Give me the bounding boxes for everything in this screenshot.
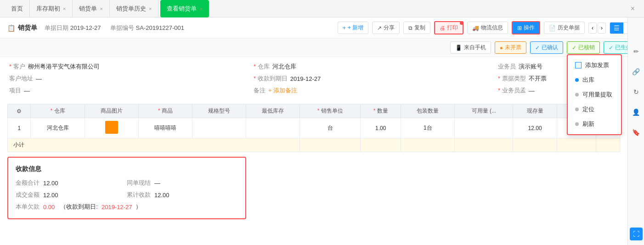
cancelled-btn[interactable]: ✓ 已核销 (567, 41, 600, 54)
operations-button[interactable]: ⊞ 操作 (512, 21, 540, 34)
refresh-item[interactable]: 刷新 (568, 117, 621, 131)
payment-date-field: 收款到期日 2019-12-27 (254, 74, 498, 83)
doc-title: 📋 销货单 (7, 24, 37, 32)
subtotal-qty (360, 138, 401, 152)
locate-item[interactable]: 定位 (568, 102, 621, 117)
tab-home[interactable]: 首页 (5, 0, 30, 17)
bookmark-icon[interactable]: 🔖 (630, 126, 643, 139)
outbound-item[interactable]: 出库 (568, 73, 621, 87)
locate-dot (575, 108, 579, 111)
row-no: 1 (8, 118, 31, 138)
history-button[interactable]: 📄 历史单据 (544, 22, 585, 34)
doc-date-label: 单据日期 (45, 24, 68, 32)
subtotal-stock (513, 138, 557, 152)
tab-sales-history-close[interactable]: × (149, 6, 152, 11)
copy-button[interactable]: ⧉ 复制 (403, 22, 430, 34)
same-order-row: 同单现结 — (127, 179, 238, 187)
tab-home-label: 首页 (11, 5, 23, 13)
tab-view-sales-close[interactable]: × (199, 6, 202, 11)
available-qty-item[interactable]: 可用量提取 (568, 87, 621, 102)
row-product: 嘻嘻嘻嘻 (138, 118, 192, 138)
confirm-btn[interactable]: ✓ 已确认 (530, 41, 563, 54)
print-icon: 🖨 (440, 25, 445, 31)
print-badge (460, 21, 463, 25)
copy-label: 复制 (414, 24, 425, 32)
refresh-label: 刷新 (582, 120, 594, 128)
col-quantity: 数量 (360, 104, 401, 118)
subtotal-amount (596, 138, 620, 152)
subtotal-row: 小计 (8, 138, 620, 152)
add-invoice-item[interactable]: 添加发票 (568, 58, 621, 73)
history-icon: 📄 (549, 25, 556, 31)
share-button[interactable]: ↗ 分享 (372, 22, 400, 34)
col-product-img: 商品图片 (85, 104, 138, 118)
same-order-value: — (154, 180, 160, 187)
address-value: — (36, 75, 42, 82)
operations-icon: ⊞ (517, 25, 522, 31)
prev-arrow[interactable]: ‹ (588, 23, 597, 34)
tab-sales-history-label: 销货单历史 (116, 5, 146, 13)
project-value: — (24, 87, 30, 94)
row-quantity: 1.00 (360, 118, 401, 138)
confirm-label: 已确认 (542, 44, 558, 51)
share-label: 分享 (384, 24, 395, 32)
transaction-value: 12.00 (43, 192, 58, 199)
not-open-label: 未开票 (505, 44, 521, 51)
product-image (105, 121, 118, 134)
total-label: 金额合计 (16, 179, 40, 187)
logistics-label: 物流信息 (481, 24, 503, 32)
payment-date-value: 2019-12-27 (290, 75, 321, 82)
right-sidebar: ✏ 🔗 ↻ 👤 🔖 ⛶ (627, 17, 644, 245)
doc-meta: 单据日期 2019-12-27 单据编号 SA-20191227-001 (45, 24, 184, 32)
from-phone-label: 来自手机 (464, 44, 486, 51)
logistics-button[interactable]: 🚚 物流信息 (467, 22, 508, 34)
project-label: 项目 (9, 86, 21, 95)
ticket-icon: ● (500, 45, 503, 51)
tab-inventory-init[interactable]: 库存期初 × (30, 0, 73, 17)
customer-label: 客户 (9, 63, 25, 71)
next-arrow[interactable]: › (598, 23, 606, 34)
add-note-button[interactable]: 添加备注 (268, 86, 297, 95)
ticket-type-label: 票据类型 (498, 74, 526, 83)
col-warehouse: 仓库 (31, 104, 85, 118)
add-invoice-checkbox (575, 62, 582, 68)
user-icon[interactable]: 👤 (630, 106, 643, 119)
tab-bar: 首页 库存期初 × 销货单 × 销货单历史 × 查看销货单 × × (0, 0, 644, 17)
tab-inventory-init-close[interactable]: × (63, 6, 66, 11)
print-button[interactable]: 🖨 打印 (434, 21, 463, 34)
edit-icon[interactable]: ✏ (630, 45, 643, 58)
share-icon: ↗ (377, 25, 382, 31)
link-icon[interactable]: 🔗 (630, 65, 643, 78)
outbound-label: 出库 (582, 76, 594, 84)
tab-sales-order[interactable]: 销货单 × (73, 0, 109, 17)
form-row-2: 客户地址 — 收款到期日 2019-12-27 票据类型 不开票 (9, 74, 620, 83)
list-view-btn[interactable]: ☰ (610, 23, 623, 34)
window-close-btn[interactable]: × (626, 5, 639, 13)
col-current-stock: 现存量 (513, 104, 557, 118)
tab-sales-history[interactable]: 销货单历史 × (110, 0, 158, 17)
transaction-amount-row: 成交金额 12.00 (16, 191, 127, 199)
address-field: 客户地址 — (9, 74, 254, 83)
new-label: + 新增 (348, 24, 363, 32)
not-open-btn[interactable]: ● 未开票 (495, 41, 526, 54)
new-button[interactable]: + + 新增 (338, 22, 368, 34)
main-content: 📋 销货单 单据日期 2019-12-27 单据编号 SA-20191227-0… (0, 17, 644, 245)
status-bar: 📱 来自手机 ● 未开票 ✓ 已确认 ✓ 已核销 ✓ 已生效 (0, 39, 644, 57)
doc-date-field: 单据日期 2019-12-27 (45, 24, 101, 32)
col-settings[interactable]: ⚙ (8, 104, 31, 118)
salesperson-label: 业务员 (498, 63, 516, 71)
note-field: 备注 添加备注 (254, 86, 498, 95)
ticket-type-value: 不开票 (529, 74, 547, 83)
current-due-value: 0.00 (43, 204, 55, 211)
doc-number-value: SA-20191227-001 (136, 24, 185, 31)
available-qty-label: 可用量提取 (582, 91, 612, 99)
from-phone-btn[interactable]: 📱 来自手机 (450, 41, 491, 54)
due-note: （收款到期日: (60, 203, 98, 211)
col-package-qty: 包装数量 (401, 104, 455, 118)
rotate-icon[interactable]: ↻ (630, 85, 643, 98)
row-current-stock: 12.00 (513, 118, 557, 138)
tab-view-sales[interactable]: 查看销货单 × (160, 0, 209, 17)
tab-sales-order-close[interactable]: × (100, 6, 102, 11)
row-warehouse: 河北仓库 (31, 118, 85, 138)
expand-icon[interactable]: ⛶ (630, 228, 643, 240)
